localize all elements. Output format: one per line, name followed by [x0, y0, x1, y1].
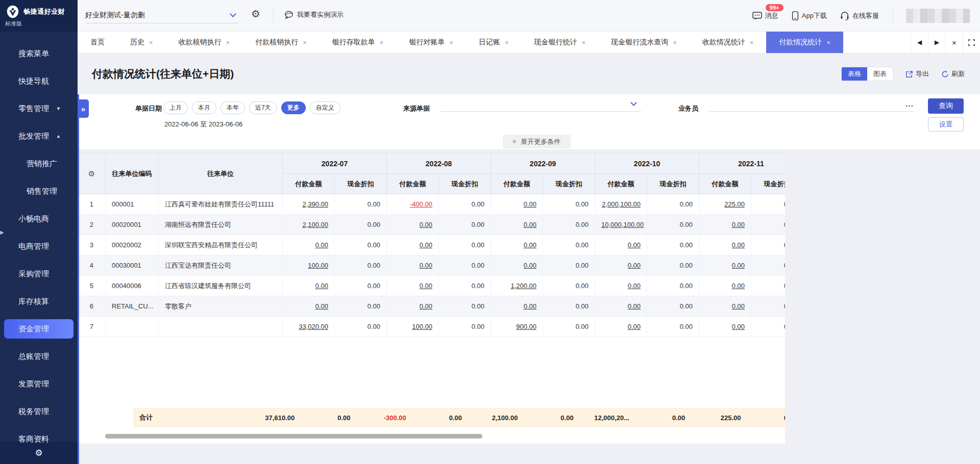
sidebar-item-零售管理[interactable]: 零售管理▼ — [0, 95, 78, 122]
amount-link[interactable]: 0.00 — [420, 241, 432, 249]
date-pill-更多[interactable]: 更多 — [281, 101, 306, 114]
tab-现金银行流水查询[interactable]: 现金银行流水查询× — [598, 32, 690, 53]
amount-link[interactable]: 0.00 — [628, 282, 641, 290]
date-pill-近7天[interactable]: 近7天 — [249, 101, 277, 114]
app-download-button[interactable]: App下载 — [792, 11, 827, 20]
gear-icon[interactable]: ⚙ — [251, 8, 260, 20]
tab-付款核销执行[interactable]: 付款核销执行× — [242, 32, 320, 53]
amount-link[interactable]: 2,000,100.00 — [602, 200, 641, 208]
collapse-sidebar-handle[interactable]: ▶ — [0, 229, 4, 235]
sidebar-item-营销推广[interactable]: 营销推广 — [0, 150, 78, 177]
close-icon[interactable]: × — [750, 39, 754, 46]
fullscreen-button[interactable] — [963, 32, 980, 53]
close-icon[interactable]: × — [303, 39, 307, 46]
close-icon[interactable]: × — [226, 39, 230, 46]
amount-link[interactable]: 0.00 — [628, 262, 641, 269]
tab-scroll-left-button[interactable]: ◀ — [911, 32, 928, 53]
messages-button[interactable]: 99+ 消息 — [752, 11, 778, 20]
close-icon[interactable]: × — [149, 39, 153, 46]
amount-link[interactable]: 0.00 — [732, 221, 745, 228]
amount-link[interactable]: 0.00 — [420, 262, 432, 269]
date-range-value[interactable]: 2022-06-06 至 2023-06-06 — [164, 120, 242, 129]
tab-收款核销执行[interactable]: 收款核销执行× — [166, 32, 243, 53]
filter-drawer-handle[interactable]: » — [78, 99, 89, 118]
expand-more-conditions-button[interactable]: » 展开更多条件 — [503, 135, 571, 148]
scrollbar-thumb[interactable] — [105, 434, 482, 439]
amount-link[interactable]: 100.00 — [308, 262, 328, 269]
date-pill-本月[interactable]: 本月 — [192, 101, 216, 114]
close-icon[interactable]: × — [582, 39, 586, 46]
amount-link[interactable]: 0.00 — [524, 200, 536, 208]
view-chart-button[interactable]: 图表 — [867, 67, 893, 81]
sidebar-item-搜索菜单[interactable]: 搜索菜单 — [0, 40, 78, 67]
amount-link[interactable]: 0.00 — [732, 323, 745, 330]
tab-现金银行统计[interactable]: 现金银行统计× — [522, 32, 599, 53]
amount-link[interactable]: -400.00 — [410, 200, 432, 208]
salesman-input[interactable]: ... — [709, 98, 914, 112]
close-icon[interactable]: × — [826, 39, 830, 46]
sidebar-item-总账管理[interactable]: 总账管理 — [0, 343, 78, 370]
view-table-button[interactable]: 表格 — [842, 67, 867, 81]
tab-历史[interactable]: 历史× — [117, 32, 166, 53]
sidebar-item-资金管理[interactable]: 资金管理 — [0, 315, 78, 343]
amount-link[interactable]: 0.00 — [420, 282, 432, 290]
export-button[interactable]: 导出 — [905, 69, 929, 79]
amount-link[interactable]: 225.00 — [724, 200, 745, 208]
company-selector[interactable]: 好业财测试-量勿删 — [85, 7, 238, 23]
amount-link[interactable]: 100.00 — [412, 323, 432, 330]
tab-付款情况统计[interactable]: 付款情况统计× — [766, 32, 843, 53]
online-service-button[interactable]: 在线客服 — [840, 11, 879, 20]
sidebar-item-发票管理[interactable]: 发票管理 — [0, 370, 78, 398]
query-button[interactable]: 查询 — [928, 98, 964, 114]
tab-日记账[interactable]: 日记账× — [466, 32, 522, 53]
amount-link[interactable]: 0.00 — [420, 221, 432, 228]
sidebar-item-批发管理[interactable]: 批发管理▲ — [0, 122, 78, 150]
sidebar-item-税务管理[interactable]: 税务管理 — [0, 398, 78, 425]
amount-link[interactable]: 0.00 — [420, 302, 432, 310]
amount-link[interactable]: 0.00 — [628, 323, 641, 330]
sidebar-item-采购管理[interactable]: 采购管理 — [0, 260, 78, 288]
amount-link[interactable]: 1,200.00 — [510, 282, 536, 290]
amount-link[interactable]: 0.00 — [315, 282, 328, 290]
more-options-ellipsis[interactable]: ... — [905, 99, 914, 109]
amount-link[interactable]: 2,100.00 — [302, 221, 328, 228]
sidebar-item-销售管理[interactable]: 销售管理 — [0, 177, 78, 205]
tab-scroll-right-button[interactable]: ▶ — [928, 32, 945, 53]
refresh-button[interactable]: 刷新 — [941, 69, 965, 79]
tab-首页[interactable]: 首页 — [78, 32, 117, 53]
demo-link[interactable]: 我要看实例演示 — [284, 10, 344, 19]
sidebar-item-库存核算[interactable]: 库存核算 — [0, 288, 78, 315]
amount-link[interactable]: 0.00 — [732, 241, 745, 249]
tab-银行存取款单[interactable]: 银行存取款单× — [320, 32, 397, 53]
gear-icon[interactable]: ⚙ — [88, 169, 95, 178]
amount-link[interactable]: 0.00 — [315, 241, 328, 249]
sidebar-settings-button[interactable]: ⚙ — [0, 442, 78, 464]
tab-银行对账单[interactable]: 银行对账单× — [396, 32, 466, 53]
close-tabs-button[interactable]: × — [945, 32, 963, 53]
source-doc-input[interactable] — [441, 98, 641, 112]
close-icon[interactable]: × — [449, 39, 453, 46]
close-icon[interactable]: × — [673, 39, 677, 46]
close-icon[interactable]: × — [380, 39, 384, 46]
amount-link[interactable]: 10,000,100.00 — [601, 221, 644, 228]
amount-link[interactable]: 0.00 — [315, 302, 328, 310]
amount-link[interactable]: 0.00 — [732, 282, 745, 290]
tab-收款情况统计[interactable]: 收款情况统计× — [690, 32, 767, 53]
amount-link[interactable]: 0.00 — [524, 302, 536, 310]
amount-link[interactable]: 0.00 — [524, 221, 536, 228]
amount-link[interactable]: 0.00 — [524, 262, 536, 269]
sidebar-item-快捷导航[interactable]: 快捷导航 — [0, 67, 78, 95]
amount-link[interactable]: 2,390.00 — [302, 200, 328, 208]
amount-link[interactable]: 0.00 — [628, 302, 641, 310]
amount-link[interactable]: 33,020.00 — [299, 323, 328, 330]
user-account-blurred[interactable] — [906, 9, 970, 23]
date-pill-本年[interactable]: 本年 — [220, 101, 245, 114]
settings-button[interactable]: 设置 — [928, 117, 964, 132]
amount-link[interactable]: 900.00 — [516, 323, 536, 330]
sidebar-item-小畅电商[interactable]: 小畅电商 — [0, 205, 78, 233]
date-pill-自定义[interactable]: 自定义 — [310, 101, 340, 114]
close-icon[interactable]: × — [505, 39, 509, 46]
amount-link[interactable]: 0.00 — [524, 241, 536, 249]
date-pill-上月[interactable]: 上月 — [163, 101, 188, 114]
amount-link[interactable]: 0.00 — [628, 241, 641, 249]
